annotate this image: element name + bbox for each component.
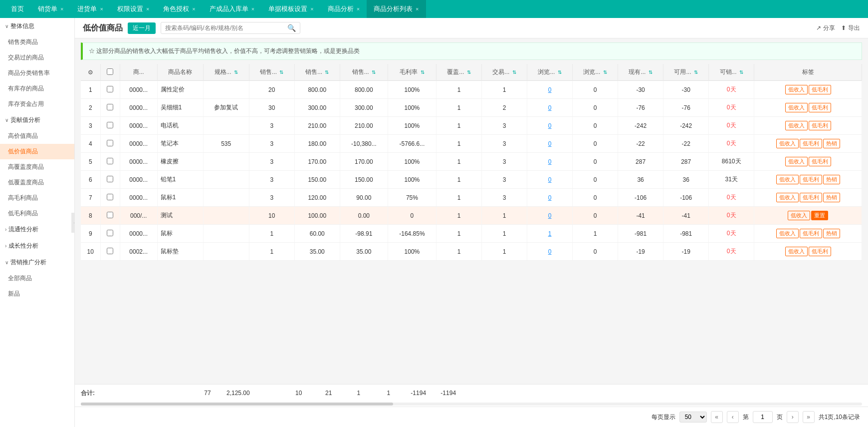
page-label: 第	[743, 413, 749, 422]
table-container[interactable]: ⚙ 商... 商品名称 规格... ⇅ 销售... ⇅ 销售... ⇅ 销售..…	[81, 64, 862, 384]
sidebar-item-库存资金占用[interactable]: 库存资金占用	[0, 96, 74, 112]
search-box: 🔍	[161, 22, 300, 34]
sidebar-item-交易过的商品[interactable]: 交易过的商品	[0, 50, 74, 65]
td-browse1[interactable]: 0	[527, 81, 573, 99]
browse1-link[interactable]: 0	[548, 158, 552, 165]
td-browse1[interactable]: 0	[527, 243, 573, 261]
sidebar-item-高覆盖度商品[interactable]: 高覆盖度商品	[0, 159, 74, 175]
nav-item-产成品入库单[interactable]: 产成品入库单×	[203, 0, 261, 18]
td-browse1[interactable]: 0	[527, 171, 573, 189]
row-checkbox[interactable]	[107, 158, 113, 164]
td-browse1[interactable]: 0	[527, 117, 573, 135]
sidebar-item-高毛利商品[interactable]: 高毛利商品	[0, 190, 74, 206]
nav-close-icon[interactable]: ×	[357, 6, 360, 12]
browse1-link[interactable]: 0	[548, 176, 552, 183]
horizontal-scrollbar[interactable]	[75, 402, 868, 407]
last-page-button[interactable]: »	[803, 411, 815, 423]
td-checkbox[interactable]	[100, 225, 120, 243]
row-checkbox[interactable]	[107, 122, 113, 128]
nav-item-单据模板设置[interactable]: 单据模板设置×	[261, 0, 320, 18]
nav-close-icon[interactable]: ×	[251, 6, 254, 12]
nav-item-商品分析[interactable]: 商品分析×	[321, 0, 367, 18]
td-checkbox[interactable]	[100, 243, 120, 261]
scrollbar-thumb[interactable]	[81, 403, 393, 406]
browse1-link[interactable]: 0	[548, 194, 552, 201]
browse1-link[interactable]: 1	[548, 230, 552, 237]
browse1-link[interactable]: 0	[548, 140, 552, 147]
time-filter-button[interactable]: 近一月	[128, 22, 156, 34]
th-settings[interactable]: ⚙	[81, 64, 100, 81]
nav-item-进货单[interactable]: 进货单×	[70, 0, 110, 18]
row-checkbox[interactable]	[107, 140, 113, 146]
td-browse1[interactable]: 0	[527, 207, 573, 225]
nav-item-销货单[interactable]: 销货单×	[31, 0, 70, 18]
sidebar-item-有库存的商品[interactable]: 有库存的商品	[0, 81, 74, 96]
sidebar-item-商品分类销售率[interactable]: 商品分类销售率	[0, 65, 74, 81]
nav-close-icon[interactable]: ×	[192, 6, 195, 12]
td-browse1[interactable]: 1	[527, 225, 573, 243]
td-checkbox[interactable]	[100, 135, 120, 153]
row-checkbox[interactable]	[107, 212, 113, 218]
share-button[interactable]: ↗ 分享	[816, 24, 835, 32]
td-checkbox[interactable]	[100, 189, 120, 207]
sidebar-item-新品[interactable]: 新品	[0, 286, 74, 302]
nav-item-商品分析列表[interactable]: 商品分析列表×	[367, 0, 426, 18]
sidebar-group-成长性分析[interactable]: ›成长性分析	[0, 238, 74, 254]
td-sales-amt2: 150.00	[340, 171, 388, 189]
page-size-select[interactable]: 50 100 200	[679, 412, 707, 423]
td-days: 0天	[709, 99, 754, 117]
td-checkbox[interactable]	[100, 153, 120, 171]
sidebar-group-整体信息[interactable]: ∨整体信息	[0, 18, 74, 34]
row-checkbox[interactable]	[107, 194, 113, 200]
search-input[interactable]	[165, 24, 287, 31]
nav-close-icon[interactable]: ×	[100, 6, 103, 12]
browse1-link[interactable]: 0	[548, 122, 552, 129]
row-checkbox[interactable]	[107, 86, 113, 92]
export-button[interactable]: ⬆ 导出	[841, 24, 860, 32]
next-page-button[interactable]: ›	[787, 411, 799, 423]
row-checkbox[interactable]	[107, 230, 113, 236]
td-browse1[interactable]: 0	[527, 153, 573, 171]
sidebar-group-贡献值分析[interactable]: ∨贡献值分析	[0, 112, 74, 128]
nav-close-icon[interactable]: ×	[60, 6, 63, 12]
td-browse1[interactable]: 0	[527, 189, 573, 207]
sidebar-item-销售类商品[interactable]: 销售类商品	[0, 34, 74, 50]
td-browse1[interactable]: 0	[527, 135, 573, 153]
td-checkbox[interactable]	[100, 171, 120, 189]
row-checkbox[interactable]	[107, 176, 113, 182]
td-sales-amt2: -98.91	[340, 225, 388, 243]
sidebar-group-营销推广分析[interactable]: ∨营销推广分析	[0, 254, 74, 271]
th-checkbox[interactable]	[100, 64, 120, 81]
td-checkbox[interactable]	[100, 117, 120, 135]
nav-close-icon[interactable]: ×	[146, 6, 149, 12]
first-page-button[interactable]: «	[711, 411, 723, 423]
sidebar-item-高价值商品[interactable]: 高价值商品	[0, 128, 74, 144]
browse1-link[interactable]: 0	[548, 212, 552, 219]
td-sales-qty: 3	[249, 171, 294, 189]
browse1-link[interactable]: 0	[548, 104, 552, 111]
current-page-input[interactable]	[753, 411, 773, 423]
td-checkbox[interactable]	[100, 207, 120, 225]
table-row: 10 0002... 鼠标垫 1 35.00 35.00 100% 1 1 0 …	[81, 243, 862, 261]
sidebar-item-低价值商品[interactable]: 低价值商品	[0, 144, 74, 159]
search-icon[interactable]: 🔍	[287, 24, 296, 32]
sidebar-item-全部商品[interactable]: 全部商品	[0, 271, 74, 286]
browse1-link[interactable]: 0	[548, 86, 552, 93]
td-checkbox[interactable]	[100, 99, 120, 117]
sidebar-group-流通性分析[interactable]: ›流通性分析	[0, 221, 74, 238]
sidebar-collapse-button[interactable]: ‹	[71, 213, 75, 233]
sidebar-item-低覆盖度商品[interactable]: 低覆盖度商品	[0, 175, 74, 190]
row-checkbox[interactable]	[107, 248, 113, 254]
nav-item-首页[interactable]: 首页	[4, 0, 31, 18]
row-checkbox[interactable]	[107, 104, 113, 110]
select-all-checkbox[interactable]	[107, 68, 113, 75]
nav-close-icon[interactable]: ×	[416, 6, 419, 12]
prev-page-button[interactable]: ‹	[727, 411, 739, 423]
browse1-link[interactable]: 0	[548, 248, 552, 255]
nav-close-icon[interactable]: ×	[310, 6, 313, 12]
nav-item-角色授权[interactable]: 角色授权×	[156, 0, 202, 18]
sidebar-item-低毛利商品[interactable]: 低毛利商品	[0, 206, 74, 221]
nav-item-权限设置[interactable]: 权限设置×	[110, 0, 156, 18]
td-checkbox[interactable]	[100, 81, 120, 99]
td-browse1[interactable]: 0	[527, 99, 573, 117]
